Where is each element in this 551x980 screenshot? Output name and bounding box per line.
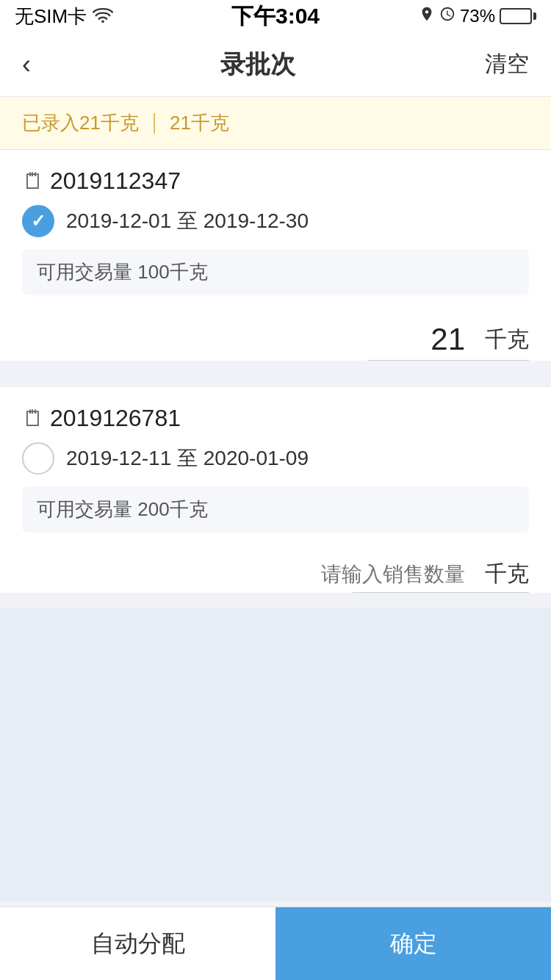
batch1-id-row: 🗒 2019112347 (22, 167, 529, 195)
battery-icon (500, 8, 536, 24)
status-right: 73% (419, 6, 536, 26)
auto-distribute-button[interactable]: 自动分配 (0, 907, 276, 980)
wifi-icon (93, 5, 113, 28)
batch1-unit: 千克 (485, 325, 529, 355)
batch2-checkbox[interactable] (22, 442, 54, 475)
batch2-date-row: 2019-12-11 至 2020-01-09 (22, 442, 529, 475)
batch-card-1: 🗒 2019112347 2019-12-01 至 2019-12-30 可用交… (0, 150, 551, 361)
batch2-underline (353, 592, 529, 593)
location-icon (419, 6, 435, 26)
batch2-id-row: 🗒 2019126781 (22, 405, 529, 432)
batch-card-2: 🗒 2019126781 2019-12-11 至 2020-01-09 可用交… (0, 387, 551, 593)
summary-total: 21千克 (170, 110, 229, 136)
bottom-space (0, 608, 551, 901)
batch2-input-row: 千克 (0, 547, 551, 589)
batch1-amount-row: 千克 (0, 310, 551, 357)
batch1-date-row: 2019-12-01 至 2019-12-30 (22, 205, 529, 237)
confirm-button[interactable]: 确定 (276, 907, 551, 980)
batch1-available-qty: 可用交易量 100千克 (22, 249, 529, 295)
nav-bar: ‹ 录批次 清空 (0, 32, 551, 97)
bottom-bar: 自动分配 确定 (0, 907, 551, 980)
batch1-checkbox[interactable] (22, 205, 54, 237)
summary-recorded: 已录入21千克 (22, 110, 139, 136)
page-title: 录批次 (220, 48, 295, 82)
status-left: 无SIM卡 (15, 4, 113, 29)
batch1-underline (367, 360, 529, 361)
sim-text: 无SIM卡 (15, 4, 87, 29)
batch2-qty-input[interactable] (300, 563, 476, 586)
summary-divider (154, 113, 155, 134)
back-button[interactable]: ‹ (22, 49, 31, 80)
clear-button[interactable]: 清空 (485, 49, 529, 79)
batch2-doc-icon: 🗒 (22, 406, 44, 431)
battery-percent: 73% (460, 6, 495, 26)
batch2-available-qty: 可用交易量 200千克 (22, 486, 529, 533)
svg-point-0 (101, 20, 104, 22)
status-time: 下午3:04 (231, 1, 320, 32)
summary-bar: 已录入21千克 21千克 (0, 97, 551, 150)
batch2-unit: 千克 (485, 559, 529, 589)
batch2-date: 2019-12-11 至 2020-01-09 (66, 444, 309, 472)
batch2-id: 2019126781 (50, 405, 181, 432)
batch1-doc-icon: 🗒 (22, 169, 44, 194)
batch1-date: 2019-12-01 至 2019-12-30 (66, 207, 309, 235)
status-bar: 无SIM卡 下午3:04 73% (0, 0, 551, 32)
alarm-icon (439, 6, 455, 26)
batch1-id: 2019112347 (50, 167, 181, 195)
batch1-amount-input[interactable] (417, 322, 476, 357)
card-separator-1 (0, 375, 551, 387)
